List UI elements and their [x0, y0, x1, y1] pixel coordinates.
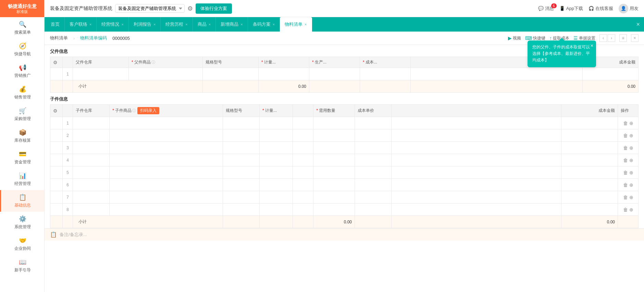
tooltip-close-button[interactable]: × [591, 42, 593, 49]
child-qty-2[interactable] [313, 129, 355, 142]
child-qty-1[interactable] [313, 117, 355, 129]
nav-tab-customers[interactable]: 客户联络× [65, 17, 97, 32]
nav-tab-profit[interactable]: 利润报告× [129, 17, 161, 32]
child-spec-1[interactable] [223, 117, 259, 129]
parent-product-info-icon[interactable]: ⓘ [151, 60, 155, 64]
child-product-8[interactable] [110, 203, 223, 216]
bottom-hint[interactable]: 备注/备忘录... [60, 232, 87, 238]
nav-tab-goods[interactable]: 商品× [193, 17, 216, 32]
breadcrumb-parent[interactable]: 物料清单 [50, 35, 68, 41]
delete-icon-6[interactable]: 🗑 [623, 182, 628, 188]
child-spec-3[interactable] [223, 142, 259, 154]
copy-icon-6[interactable]: ⊕ [629, 182, 633, 188]
child-unit-cost-2[interactable] [355, 129, 392, 142]
sidebar-item-quick-nav[interactable]: 🧭快捷导航 [0, 39, 44, 60]
child-product-5[interactable] [110, 166, 223, 179]
child-product-1[interactable] [110, 117, 223, 129]
parent-warehouse-cell[interactable] [73, 68, 129, 80]
sidebar-item-basic-info[interactable]: 📋基础信息 [0, 190, 44, 212]
child-unit-2[interactable] [259, 129, 293, 142]
delete-icon-4[interactable]: 🗑 [623, 157, 628, 163]
close-all-tabs-button[interactable]: × [633, 21, 643, 28]
child-spec-6[interactable] [223, 179, 259, 191]
copy-icon-2[interactable]: ⊕ [629, 133, 633, 138]
child-qty-4[interactable] [313, 154, 355, 166]
delete-icon-2[interactable]: 🗑 [623, 133, 628, 138]
child-product-3[interactable] [110, 142, 223, 154]
sidebar-item-system[interactable]: ⚙️系统管理 [0, 212, 44, 233]
nav-tab-barcode[interactable]: 条码方案× [248, 17, 280, 32]
child-unit-cost-5[interactable] [355, 166, 392, 179]
prev-button[interactable]: ‹ [599, 34, 607, 42]
child-qty-3[interactable] [313, 142, 355, 154]
copy-icon-7[interactable]: ⊕ [629, 195, 633, 200]
parent-spec-cell[interactable] [202, 68, 258, 80]
app-download-button[interactable]: 📱 App下载 [559, 5, 583, 12]
copy-icon-3[interactable]: ⊕ [629, 145, 633, 151]
single-settings-action[interactable]: ☰ 单据设置 [573, 35, 595, 41]
parent-cost-cell[interactable] [360, 68, 411, 80]
child-product-7[interactable] [110, 191, 223, 203]
child-warehouse-5[interactable] [73, 166, 110, 179]
shortcut-action[interactable]: ⌨ 快捷键 [525, 35, 545, 41]
child-unit-4[interactable] [259, 154, 293, 166]
child-spec-2[interactable] [223, 129, 259, 142]
child-unit-5[interactable] [259, 166, 293, 179]
nav-tab-bom[interactable]: 物料清单× [280, 17, 312, 32]
copy-icon-5[interactable]: ⊕ [629, 170, 633, 175]
child-unit-cost-4[interactable] [355, 154, 392, 166]
nav-tab-close-profit[interactable]: × [153, 22, 156, 26]
child-qty-6[interactable] [313, 179, 355, 191]
child-warehouse-8[interactable] [73, 203, 110, 216]
delete-icon-7[interactable]: 🗑 [623, 195, 628, 200]
child-unit-6[interactable] [259, 179, 293, 191]
copy-icon-4[interactable]: ⊕ [629, 157, 633, 163]
next-button[interactable]: › [608, 34, 615, 42]
child-settings-gear-icon[interactable]: ⚙ [53, 108, 58, 114]
nav-tab-close-barcode[interactable]: × [273, 22, 275, 26]
sidebar-item-operations[interactable]: 📊经营管理 [0, 168, 44, 190]
child-warehouse-7[interactable] [73, 191, 110, 203]
nav-tab-new-goods[interactable]: 新增商品× [216, 17, 248, 32]
scan-button[interactable]: 扫码录入 [137, 107, 159, 114]
delete-icon-3[interactable]: 🗑 [623, 145, 628, 151]
nav-tab-close-business[interactable]: × [121, 22, 123, 26]
child-unit-cost-3[interactable] [355, 142, 392, 154]
breadcrumb-child[interactable]: 物料清单编码 [80, 35, 107, 41]
sidebar-item-search[interactable]: 🔍搜索菜单 [0, 17, 44, 39]
child-product-6[interactable] [110, 179, 223, 191]
sidebar-item-finance[interactable]: 💳资金管理 [0, 147, 44, 168]
child-spec-4[interactable] [223, 154, 259, 166]
sidebar-item-purchase[interactable]: 🛒采购管理 [0, 104, 44, 125]
gear-icon[interactable]: ⚙ [187, 5, 193, 12]
nav-tab-home[interactable]: 首页 [46, 17, 65, 32]
child-spec-7[interactable] [223, 191, 259, 203]
child-qty-5[interactable] [313, 166, 355, 179]
sidebar-item-guide[interactable]: 📖新手引导 [0, 255, 44, 277]
child-qty-8[interactable] [313, 203, 355, 216]
list-view-icon[interactable]: ≡ [619, 34, 627, 42]
copy-icon-8[interactable]: ⊕ [629, 207, 633, 212]
child-warehouse-1[interactable] [73, 117, 110, 129]
delete-icon-5[interactable]: 🗑 [623, 170, 628, 175]
child-warehouse-2[interactable] [73, 129, 110, 142]
child-unit-cost-6[interactable] [355, 179, 392, 191]
child-warehouse-3[interactable] [73, 142, 110, 154]
user-menu[interactable]: 👤 用友 [619, 4, 639, 13]
nav-tab-history[interactable]: 经营历程× [161, 17, 193, 32]
message-button[interactable]: 💬 消息 6 [538, 5, 554, 12]
nav-tab-close-goods[interactable]: × [209, 22, 211, 26]
child-product-4[interactable] [110, 154, 223, 166]
sidebar-item-enterprise[interactable]: 🤝企业协同 [0, 233, 44, 255]
trial-button[interactable]: 体验行业方案 [196, 3, 232, 14]
parent-product-cell[interactable] [129, 68, 203, 80]
child-product-2[interactable] [110, 129, 223, 142]
child-unit-cost-1[interactable] [355, 117, 392, 129]
child-unit-cost-7[interactable] [355, 191, 392, 203]
child-qty-7[interactable] [313, 191, 355, 203]
sidebar-item-inventory[interactable]: 📦库存核算 [0, 125, 44, 147]
child-unit-cost-8[interactable] [355, 203, 392, 216]
nav-tab-close-new-goods[interactable]: × [240, 22, 243, 26]
copy-icon-1[interactable]: ⊕ [629, 120, 633, 126]
nav-tab-close-bom[interactable]: × [305, 22, 307, 26]
